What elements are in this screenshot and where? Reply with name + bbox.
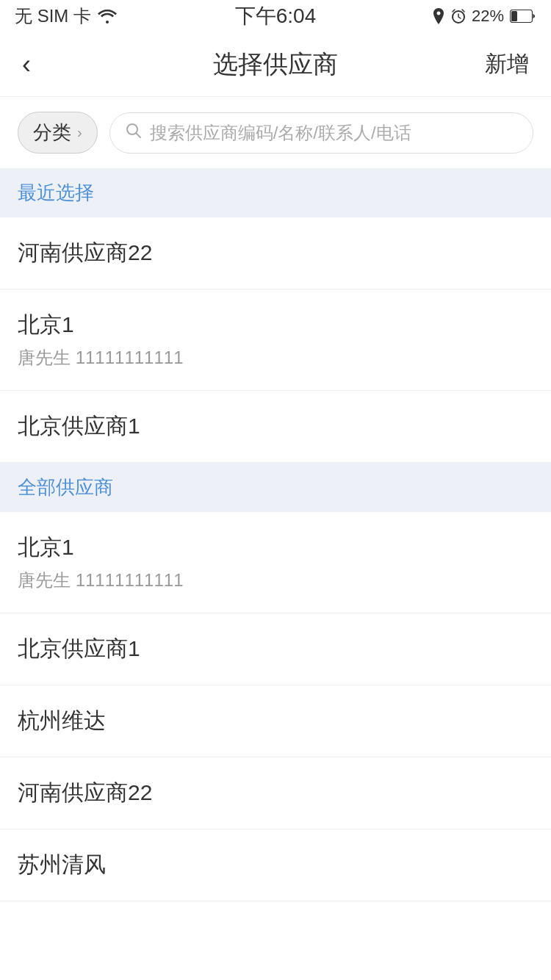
location-icon	[432, 8, 445, 24]
recent-section-label: 最近选择	[18, 181, 94, 203]
item-name: 北京供应商1	[18, 634, 533, 664]
wifi-icon	[97, 9, 118, 24]
page-title: 选择供应商	[213, 48, 338, 82]
category-button[interactable]: 分类 ›	[18, 112, 98, 154]
list-item[interactable]: 苏州清风	[0, 829, 551, 901]
list-item[interactable]: 杭州维达	[0, 685, 551, 757]
status-time: 下午6:04	[235, 2, 317, 30]
recent-section-header: 最近选择	[0, 168, 551, 217]
list-item[interactable]: 北京供应商1	[0, 613, 551, 685]
item-sub: 唐先生 11111111111	[18, 569, 533, 592]
all-section-label: 全部供应商	[18, 476, 113, 498]
item-name: 北京1	[18, 310, 533, 340]
status-left: 无 SIM 卡	[15, 4, 118, 28]
status-bar: 无 SIM 卡 下午6:04 22%	[0, 0, 551, 32]
search-box	[109, 112, 533, 154]
item-name: 杭州维达	[18, 706, 533, 736]
list-item[interactable]: 北京1唐先生 11111111111	[0, 512, 551, 613]
recent-list: 河南供应商22北京1唐先生 11111111111北京供应商1	[0, 217, 551, 463]
filter-bar: 分类 ›	[0, 97, 551, 168]
list-item[interactable]: 河南供应商22	[0, 757, 551, 829]
item-name: 河南供应商22	[18, 238, 533, 268]
back-button[interactable]: ‹	[22, 49, 81, 80]
svg-rect-2	[511, 11, 517, 21]
add-button[interactable]: 新增	[470, 49, 529, 79]
alarm-icon	[451, 8, 466, 24]
search-input[interactable]	[150, 123, 518, 143]
item-name: 北京1	[18, 533, 533, 563]
search-icon	[125, 122, 143, 144]
item-name: 苏州清风	[18, 850, 533, 880]
no-sim-label: 无 SIM 卡	[15, 4, 91, 28]
list-item[interactable]: 河南供应商22	[0, 217, 551, 289]
status-right: 22%	[432, 7, 536, 26]
all-section-header: 全部供应商	[0, 463, 551, 512]
item-sub: 唐先生 11111111111	[18, 346, 533, 370]
battery-icon	[510, 10, 536, 23]
item-name: 河南供应商22	[18, 778, 533, 808]
category-label: 分类	[33, 120, 71, 145]
battery-text: 22%	[472, 7, 504, 26]
list-item[interactable]: 北京供应商1	[0, 391, 551, 463]
chevron-right-icon: ›	[77, 124, 82, 141]
nav-bar: ‹ 选择供应商 新增	[0, 32, 551, 97]
item-name: 北京供应商1	[18, 411, 533, 442]
all-list: 北京1唐先生 11111111111北京供应商1杭州维达河南供应商22苏州清风	[0, 512, 551, 901]
list-item[interactable]: 北京1唐先生 11111111111	[0, 289, 551, 391]
